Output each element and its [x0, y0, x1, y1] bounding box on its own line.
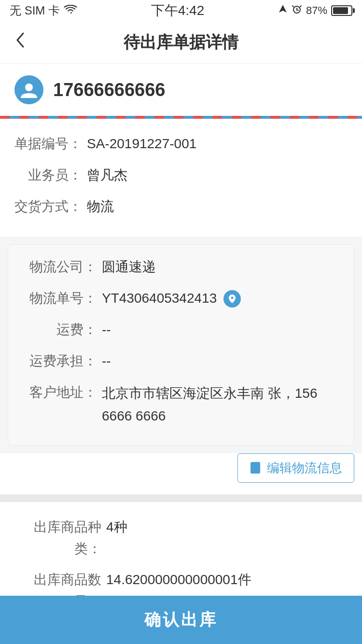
- freight-label: 运费：: [20, 319, 97, 341]
- back-button[interactable]: [14, 31, 26, 53]
- status-bar-right: 87%: [278, 4, 352, 17]
- customer-phone: 17666666666: [53, 80, 165, 100]
- tracking-label: 物流单号：: [20, 288, 97, 309]
- logistics-company-value: 圆通速递: [102, 256, 342, 278]
- order-no-label: 单据编号：: [14, 133, 82, 155]
- freight-value: --: [102, 319, 342, 341]
- svg-point-2: [231, 296, 234, 299]
- logistics-company-label: 物流公司：: [20, 256, 97, 278]
- status-bar-time: 下午4:42: [151, 1, 205, 20]
- delivery-row: 交货方式： 物流: [14, 196, 348, 218]
- salesman-label: 业务员：: [14, 165, 82, 186]
- nav-bar: 待出库单据详情: [0, 21, 362, 64]
- salesman-row: 业务员： 曾凡杰: [14, 165, 348, 186]
- freight-bearer-value: --: [102, 350, 342, 372]
- edit-logistics-button[interactable]: 编辑物流信息: [237, 453, 354, 483]
- freight-bearer-row: 运费承担： --: [20, 350, 342, 372]
- confirm-btn[interactable]: 确认出库: [0, 596, 362, 644]
- track-location-button[interactable]: [223, 290, 241, 308]
- goods-types-label: 出库商品种类：: [14, 517, 101, 560]
- freight-bearer-label: 运费承担：: [20, 350, 97, 372]
- logistics-company-row: 物流公司： 圆通速递: [20, 256, 342, 278]
- goods-quantity-value: 14.620000000000001件: [106, 569, 348, 591]
- address-value: 北京市市辖区海淀区永丰南 张，156 6666 6666: [102, 382, 342, 428]
- section-divider: [0, 494, 362, 502]
- battery-percent: 87%: [306, 4, 327, 17]
- wifi-icon: [64, 4, 77, 17]
- edit-btn-label: 编辑物流信息: [267, 460, 342, 476]
- goods-types-value: 4种: [106, 517, 348, 538]
- order-no-row: 单据编号： SA-20191227-001: [14, 133, 348, 155]
- tracking-row: 物流单号： YT43064053424​13: [20, 288, 342, 309]
- salesman-value: 曾凡杰: [87, 165, 348, 186]
- alarm-icon: [292, 4, 302, 17]
- status-bar-left: 无 SIM 卡: [10, 3, 77, 18]
- address-row: 客户地址： 北京市市辖区海淀区永丰南 张，156 6666 6666: [20, 382, 342, 428]
- tracking-value: YT43064053424​13: [102, 288, 342, 309]
- logistics-card: 物流公司： 圆通速递 物流单号： YT43064053424​13 运费： --…: [8, 244, 354, 445]
- battery-icon: [331, 5, 352, 16]
- status-bar: 无 SIM 卡 下午4:42 87%: [0, 0, 362, 21]
- avatar: [14, 75, 43, 104]
- delivery-value: 物流: [87, 196, 348, 218]
- customer-card: 17666666666: [0, 64, 362, 116]
- carrier-text: 无 SIM 卡: [10, 3, 60, 18]
- order-no-value: SA-20191227-001: [87, 133, 348, 155]
- freight-row: 运费： --: [20, 319, 342, 341]
- confirm-btn-text: 确认出库: [144, 609, 218, 631]
- delivery-label: 交货方式：: [14, 196, 82, 218]
- location-service-icon: [278, 4, 288, 17]
- svg-point-1: [25, 84, 33, 91]
- goods-types-row: 出库商品种类： 4种: [14, 517, 348, 560]
- main-content: 17666666666 单据编号： SA-20191227-001 业务员： 曾…: [0, 64, 362, 644]
- address-label: 客户地址：: [20, 382, 97, 404]
- edit-icon: [250, 461, 263, 475]
- page-title: 待出库单据详情: [124, 31, 238, 54]
- edit-btn-row: 编辑物流信息: [0, 453, 362, 494]
- order-info-section: 单据编号： SA-20191227-001 业务员： 曾凡杰 交货方式： 物流: [0, 119, 362, 237]
